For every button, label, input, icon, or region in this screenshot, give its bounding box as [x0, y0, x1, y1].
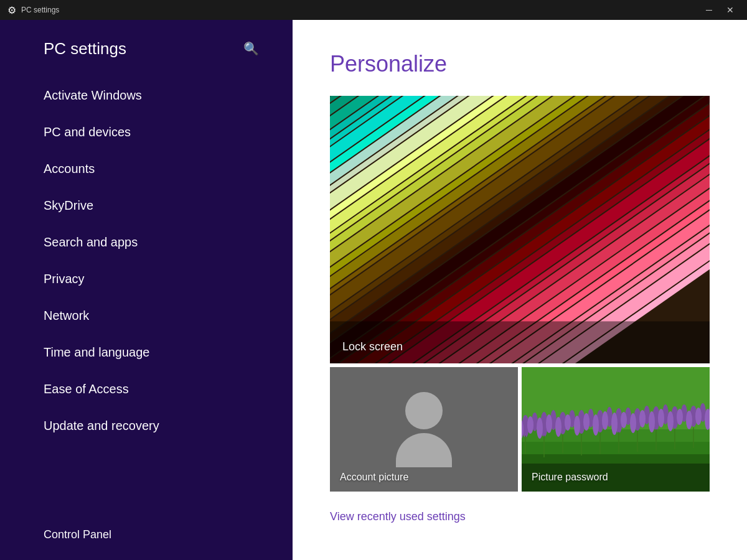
picture-password-panel[interactable]: Picture password: [522, 367, 710, 492]
svg-point-89: [527, 416, 533, 434]
account-picture-panel[interactable]: Account picture: [330, 367, 518, 492]
svg-point-95: [583, 413, 590, 431]
nav-items: Activate Windows PC and devices Accounts…: [0, 77, 293, 516]
close-button[interactable]: ✕: [721, 2, 740, 17]
sidebar-title: PC settings: [44, 39, 126, 58]
sidebar-item-update-and-recovery[interactable]: Update and recovery: [0, 408, 293, 444]
sidebar-item-skydrive[interactable]: SkyDrive: [0, 187, 293, 224]
sidebar-item-accounts[interactable]: Accounts: [0, 151, 293, 187]
svg-point-99: [621, 412, 627, 428]
svg-point-106: [686, 411, 692, 429]
lock-screen-image: [330, 96, 710, 363]
app-body: PC settings 🔍 Activate Windows PC and de…: [0, 20, 747, 560]
sidebar-item-network[interactable]: Network: [0, 297, 293, 334]
page-title: Personalize: [330, 51, 710, 77]
svg-point-102: [649, 411, 655, 432]
svg-point-98: [611, 413, 618, 435]
search-button[interactable]: 🔍: [241, 39, 261, 58]
sidebar-item-time-and-language[interactable]: Time and language: [0, 334, 293, 371]
svg-point-92: [555, 417, 561, 437]
sidebar-item-privacy[interactable]: Privacy: [0, 261, 293, 297]
content-area: Personalize: [293, 20, 747, 560]
svg-point-94: [574, 416, 580, 436]
svg-point-107: [695, 408, 702, 425]
account-head-shape: [405, 392, 443, 429]
title-bar-controls: ─ ✕: [700, 2, 740, 17]
sidebar-item-pc-and-devices[interactable]: PC and devices: [0, 114, 293, 151]
sidebar-header: PC settings 🔍: [0, 39, 293, 77]
svg-point-90: [537, 418, 543, 439]
svg-point-103: [658, 409, 664, 427]
view-recently-used-link[interactable]: View recently used settings: [330, 510, 466, 523]
svg-point-105: [677, 409, 683, 425]
svg-point-101: [639, 410, 646, 427]
sidebar-bottom: Control Panel: [0, 516, 293, 541]
lock-screen-panel[interactable]: Lock screen: [330, 96, 710, 363]
svg-point-91: [546, 414, 552, 433]
picture-password-label: Picture password: [532, 472, 608, 483]
sidebar: PC settings 🔍 Activate Windows PC and de…: [0, 20, 293, 560]
sidebar-item-activate-windows[interactable]: Activate Windows: [0, 77, 293, 114]
bottom-panels: Account picture: [330, 367, 710, 492]
svg-point-96: [593, 414, 599, 436]
lock-screen-label: Lock screen: [342, 340, 403, 353]
title-bar-left: ⚙ PC settings: [7, 4, 59, 16]
account-figure: [396, 392, 452, 467]
title-bar: ⚙ PC settings ─ ✕: [0, 0, 747, 20]
sidebar-item-ease-of-access[interactable]: Ease of Access: [0, 371, 293, 408]
gear-icon: ⚙: [7, 4, 16, 16]
svg-point-97: [602, 411, 608, 430]
svg-point-93: [565, 414, 571, 431]
control-panel-link[interactable]: Control Panel: [44, 528, 111, 541]
account-body-shape: [396, 433, 452, 467]
svg-point-100: [630, 413, 636, 433]
sidebar-item-search-and-apps[interactable]: Search and apps: [0, 224, 293, 261]
svg-point-104: [667, 411, 674, 431]
title-bar-title: PC settings: [21, 6, 59, 14]
account-picture-label: Account picture: [340, 472, 408, 483]
minimize-button[interactable]: ─: [700, 2, 718, 17]
